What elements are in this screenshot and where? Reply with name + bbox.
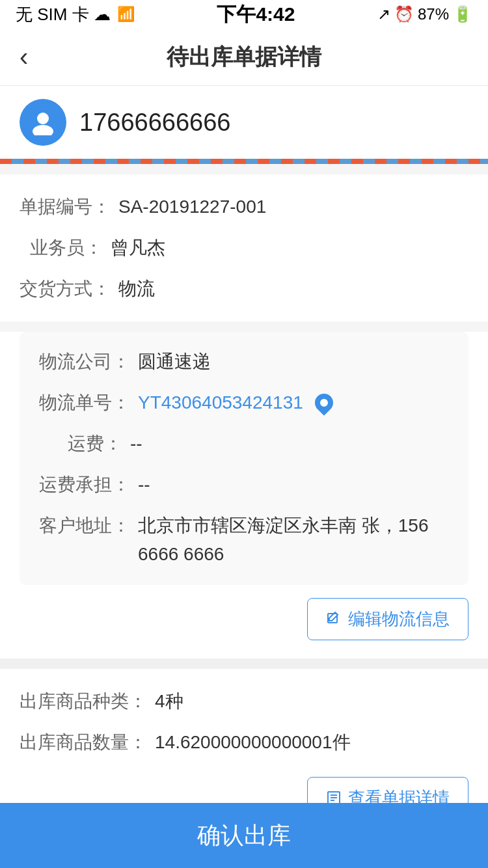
delivery-method-value: 物流 — [118, 275, 468, 304]
customer-header: 17666666666 — [0, 86, 488, 159]
freight-row: 运费： -- — [39, 429, 449, 459]
edit-icon — [326, 612, 342, 627]
order-number-value: SA-20191227-001 — [118, 193, 468, 222]
freight-label: 运费： — [39, 429, 130, 459]
freight-bear-label: 运费承担： — [39, 470, 138, 500]
sim-status: 无 SIM 卡 ☁ — [16, 3, 111, 26]
tracking-number-row: 物流单号： YT43064053424131 — [39, 388, 449, 418]
goods-type-value: 4种 — [155, 687, 468, 716]
address-row: 客户地址： 北京市市辖区海淀区永丰南 张，156 6666 6666 — [39, 511, 449, 570]
wifi-icon: 📶 — [117, 6, 135, 23]
alarm-icon: ⏰ — [394, 5, 414, 23]
confirm-outbound-button[interactable]: 确认出库 — [0, 803, 488, 868]
edit-logistics-button[interactable]: 编辑物流信息 — [307, 598, 468, 640]
salesman-value: 曾凡杰 — [111, 234, 468, 263]
confirm-button-wrap: 确认出库 — [0, 803, 488, 868]
dashed-divider — [0, 159, 488, 164]
location-icon[interactable] — [311, 390, 337, 416]
svg-point-0 — [37, 113, 49, 124]
tracking-number-label: 物流单号： — [39, 388, 138, 418]
logistics-company-label: 物流公司： — [39, 347, 138, 377]
svg-point-1 — [33, 125, 53, 135]
status-time: 下午4:42 — [217, 1, 295, 28]
back-button[interactable]: ‹ — [20, 42, 28, 72]
goods-type-row: 出库商品种类： 4种 — [20, 687, 468, 716]
order-number-row: 单据编号： SA-20191227-001 — [20, 193, 468, 222]
salesman-row: 业务员： 曾凡杰 — [20, 234, 468, 263]
goods-type-label: 出库商品种类： — [20, 687, 155, 716]
logistics-company-row: 物流公司： 圆通速递 — [39, 347, 449, 377]
tracking-number-value: YT43064053424131 — [138, 388, 449, 418]
avatar — [20, 99, 66, 146]
battery-level: 87% — [418, 5, 449, 23]
freight-bear-row: 运费承担： -- — [39, 470, 449, 500]
goods-qty-value: 14.620000000000001件 — [155, 728, 468, 757]
freight-value: -- — [130, 429, 449, 459]
page-title: 待出库单据详情 — [167, 42, 321, 72]
nav-bar: ‹ 待出库单据详情 — [0, 29, 488, 86]
goods-qty-row: 出库商品数量： 14.620000000000001件 — [20, 728, 468, 757]
order-number-label: 单据编号： — [20, 193, 118, 222]
delivery-method-label: 交货方式： — [20, 275, 118, 304]
battery-icon: 🔋 — [453, 5, 472, 23]
order-info-section: 单据编号： SA-20191227-001 业务员： 曾凡杰 交货方式： 物流 — [0, 174, 488, 321]
location-status-icon: ↗ — [377, 5, 390, 23]
salesman-label: 业务员： — [20, 234, 111, 263]
delivery-method-row: 交货方式： 物流 — [20, 275, 468, 304]
logistics-company-value: 圆通速递 — [138, 347, 449, 377]
gray-divider — [0, 658, 488, 669]
goods-qty-label: 出库商品数量： — [20, 728, 155, 757]
address-label: 客户地址： — [39, 511, 138, 541]
customer-phone: 17666666666 — [79, 109, 230, 137]
freight-bear-value: -- — [138, 470, 449, 500]
status-bar: 无 SIM 卡 ☁ 📶 下午4:42 ↗ ⏰ 87% 🔋 — [0, 0, 488, 29]
logistics-section: 物流公司： 圆通速递 物流单号： YT43064053424131 运费： --… — [0, 332, 488, 658]
address-value: 北京市市辖区海淀区永丰南 张，156 6666 6666 — [138, 511, 449, 570]
